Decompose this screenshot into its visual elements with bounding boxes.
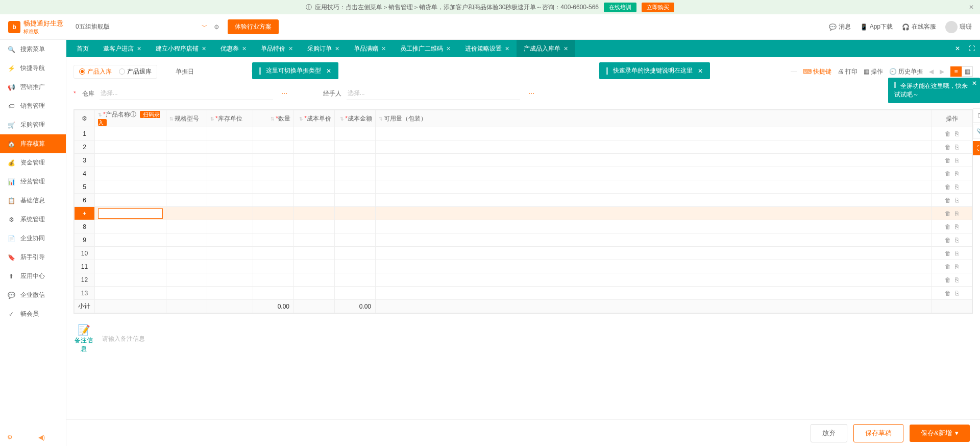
print-button[interactable]: 🖨打印 [838,67,857,76]
tab-close-icon[interactable]: ✕ [288,45,293,52]
cell-cost-total[interactable] [335,167,376,180]
view-grid-icon[interactable]: ▦ [962,66,973,77]
sidebar-item[interactable]: 🏠库存核算 [0,134,66,153]
cell-cost-total[interactable] [335,154,376,167]
cell-available[interactable] [376,140,932,154]
online-train-button[interactable]: 在线培训 [604,3,636,12]
cell-qty[interactable] [253,207,294,220]
side-tool-note-icon[interactable]: 🗒 [973,108,980,123]
remark-input[interactable]: 请输入备注信息 [102,335,973,343]
settings-header-icon[interactable]: ⚙ [75,110,95,127]
handler-select[interactable]: 选择... [347,87,520,100]
cell-available[interactable] [376,167,932,180]
cell-unit-cost[interactable] [294,167,335,180]
tab[interactable]: 产成品入库单✕ [517,40,575,57]
experience-button[interactable]: 体验行业方案 [228,19,279,34]
collapse-icon[interactable]: ◀) [38,434,45,441]
copy-row-icon[interactable]: ⎘ [955,290,959,297]
cell-cost-total[interactable] [335,180,376,194]
cell-spec[interactable] [166,140,207,154]
cell-unit-cost[interactable] [294,154,335,167]
delete-row-icon[interactable]: 🗑 [945,223,951,230]
table-row[interactable]: 12 🗑⎘ [75,273,972,287]
delete-row-icon[interactable]: 🗑 [945,276,951,284]
cell-unit-cost[interactable] [294,220,335,233]
warehouse-more-icon[interactable]: ⋯ [281,90,287,97]
cell-available[interactable] [376,127,932,140]
sidebar-item[interactable]: 💬企业微信 [0,286,66,304]
messages-link[interactable]: 💬消息 [829,22,851,31]
cell-unit[interactable] [207,154,253,167]
col-available[interactable]: ⇅可用量（包装） [376,110,932,127]
copy-row-icon[interactable]: ⎘ [955,183,959,191]
cell-unit[interactable] [207,233,253,247]
cell-product[interactable] [95,140,166,154]
cell-cost-total[interactable] [335,260,376,273]
delete-row-icon[interactable]: 🗑 [945,290,951,297]
copy-row-icon[interactable]: ⎘ [955,144,959,151]
cell-qty[interactable] [253,167,294,180]
cell-spec[interactable] [166,273,207,287]
sidebar-item[interactable]: ⚙系统管理 [0,210,66,229]
col-unit[interactable]: ⇅*库存单位 [207,110,253,127]
cell-unit-cost[interactable] [294,287,335,300]
cell-unit-cost[interactable] [294,247,335,260]
tab[interactable]: 建立小程序店铺✕ [149,40,213,57]
handler-more-icon[interactable]: ⋯ [528,90,534,97]
table-row[interactable]: 2 🗑⎘ [75,140,972,154]
org-selector[interactable]: 0五组旗舰版 ﹀ ⚙ [76,22,219,31]
cell-unit-cost[interactable] [294,140,335,154]
col-unit-cost[interactable]: ⇅*成本单价 [294,110,335,127]
cell-spec[interactable] [166,233,207,247]
delete-row-icon[interactable]: 🗑 [945,130,951,137]
cell-qty[interactable] [253,154,294,167]
side-tool-attach-icon[interactable]: 📎 [973,125,980,139]
cell-spec[interactable] [166,207,207,220]
cell-product[interactable] [95,220,166,233]
save-and-add-button[interactable]: 保存&新增 ▾ [910,425,970,442]
delete-row-icon[interactable]: 🗑 [945,210,951,217]
cell-cost-total[interactable] [335,233,376,247]
cell-unit-cost[interactable] [294,194,335,207]
sidebar-item[interactable]: 🏷销售管理 [0,97,66,115]
table-row[interactable]: 11 🗑⎘ [75,260,972,273]
copy-row-icon[interactable]: ⎘ [955,197,959,204]
cell-spec[interactable] [166,260,207,273]
cell-available[interactable] [376,260,932,273]
discard-button[interactable]: 放弃 [811,424,847,442]
cell-unit[interactable] [207,260,253,273]
tab[interactable]: 首页 [69,40,96,57]
cell-spec[interactable] [166,247,207,260]
tab-close-icon[interactable]: ✕ [137,45,141,52]
sidebar-item[interactable]: ⬆应用中心 [0,267,66,286]
sidebar-item[interactable]: 📄企业协同 [0,229,66,248]
cell-cost-total[interactable] [335,273,376,287]
cell-qty[interactable] [253,260,294,273]
cell-product[interactable] [95,260,166,273]
cell-available[interactable] [376,194,932,207]
history-button[interactable]: 🕘历史单据 [889,67,923,76]
cell-product[interactable] [95,287,166,300]
cell-product[interactable] [95,180,166,194]
cell-unit[interactable] [207,220,253,233]
sidebar-item[interactable]: 📋基础信息 [0,191,66,210]
table-row[interactable]: 5 🗑⎘ [75,180,972,194]
cell-spec[interactable] [166,220,207,233]
tab[interactable]: 单品满赠✕ [347,40,393,57]
cell-available[interactable] [376,273,932,287]
delete-row-icon[interactable]: 🗑 [945,263,951,270]
cell-qty[interactable] [253,127,294,140]
gear-icon[interactable]: ⚙ [214,24,219,31]
cell-qty[interactable] [253,233,294,247]
prev-icon[interactable]: ◀ [929,68,934,75]
delete-row-icon[interactable]: 🗑 [945,157,951,164]
tab-close-icon[interactable]: ✕ [446,45,451,52]
cell-unit[interactable] [207,273,253,287]
sidebar-item[interactable]: 🔍搜索菜单 [0,40,66,59]
close-all-tabs-icon[interactable]: ✕ [952,43,963,54]
tip-close-icon[interactable]: ✕ [972,80,977,87]
cell-spec[interactable] [166,287,207,300]
tab-close-icon[interactable]: ✕ [381,45,386,52]
tab[interactable]: 进价策略设置✕ [458,40,517,57]
sidebar-item[interactable]: 🔖新手引导 [0,248,66,267]
